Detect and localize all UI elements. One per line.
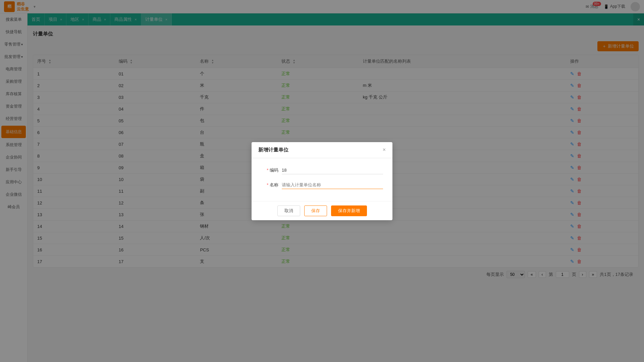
modal-body: 编码 名称 <box>252 158 392 201</box>
save-and-new-button[interactable]: 保存并新增 <box>331 205 367 216</box>
cancel-button[interactable]: 取消 <box>277 205 300 216</box>
form-item-code: 编码 <box>261 166 383 174</box>
form-label-code: 编码 <box>261 167 278 173</box>
modal-title: 新增计量单位 <box>258 147 288 153</box>
form-item-name: 名称 <box>261 181 383 189</box>
modal-overlay: 新增计量单位 × 编码 名称 取消 保存 保存并新增 <box>0 0 644 362</box>
name-input[interactable] <box>282 181 383 189</box>
code-input[interactable] <box>282 166 383 174</box>
modal-close-button[interactable]: × <box>383 147 386 153</box>
form-label-name: 名称 <box>261 182 278 188</box>
modal-header: 新增计量单位 × <box>252 142 392 158</box>
save-button[interactable]: 保存 <box>304 205 327 216</box>
modal-footer: 取消 保存 保存并新增 <box>252 201 392 220</box>
add-unit-modal: 新增计量单位 × 编码 名称 取消 保存 保存并新增 <box>252 142 392 220</box>
